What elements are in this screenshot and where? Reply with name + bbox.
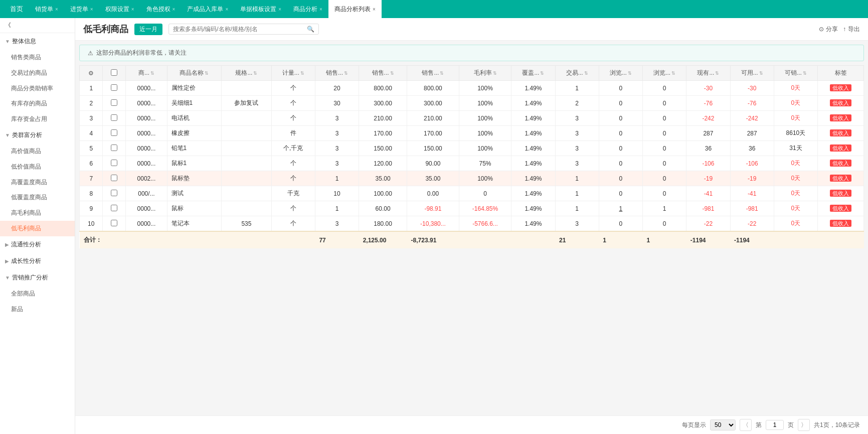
sidebar-group-cluster[interactable]: ▼ 类群富分析 xyxy=(0,127,75,143)
row-sales-qty: 3 xyxy=(315,216,359,232)
row-select-checkbox[interactable] xyxy=(111,114,117,121)
sidebar-item-high-margin[interactable]: 高毛利商品 xyxy=(0,205,75,221)
row-checkbox[interactable] xyxy=(103,186,126,201)
row-browse1[interactable]: 0 xyxy=(599,111,642,126)
close-sales-order-icon[interactable]: × xyxy=(55,7,58,12)
nav-role-auth[interactable]: 角色授权 × xyxy=(140,0,182,18)
nav-template-settings[interactable]: 单据模板设置 × xyxy=(234,0,287,18)
close-permissions-icon[interactable]: × xyxy=(131,7,134,12)
row-select-checkbox[interactable] xyxy=(111,220,117,226)
sidebar-group-liquidity-label: 流通性分析 xyxy=(11,240,41,249)
select-all-checkbox[interactable] xyxy=(111,69,117,76)
nav-product-analysis-list[interactable]: 商品分析列表 × xyxy=(328,0,382,18)
share-button[interactable]: ⊙ 分享 xyxy=(819,25,838,34)
table-header-row: ⚙ 商...⇅ 商品名称⇅ 规格...⇅ 计量...⇅ 销售...⇅ 销售...… xyxy=(80,66,864,81)
row-select-checkbox[interactable] xyxy=(111,129,117,136)
footer-label: 合计： xyxy=(80,231,126,248)
row-spec xyxy=(222,81,271,96)
nav-purchase-order[interactable]: 进货单 × xyxy=(64,0,99,18)
close-analysis-list-icon[interactable]: × xyxy=(373,7,376,12)
row-checkbox[interactable] xyxy=(103,141,126,156)
sidebar-item-sales-products[interactable]: 销售类商品 xyxy=(0,50,75,65)
sidebar-item-all-products[interactable]: 全部商品 xyxy=(0,286,75,302)
sidebar-item-high-coverage[interactable]: 高覆盖度商品 xyxy=(0,175,75,190)
row-select-checkbox[interactable] xyxy=(111,205,117,211)
nav-product-analysis[interactable]: 商品分析 × xyxy=(287,0,328,18)
row-available: -242 xyxy=(730,111,774,126)
sidebar-item-inventory-capital[interactable]: 库存资金占用 xyxy=(0,111,75,127)
row-spec xyxy=(222,171,271,186)
row-checkbox[interactable] xyxy=(103,111,126,126)
per-page-select[interactable]: 50 20 100 xyxy=(710,419,736,430)
next-page-button[interactable]: 〉 xyxy=(798,419,810,431)
page-title: 低毛利商品 xyxy=(83,23,128,35)
row-checkbox[interactable] xyxy=(103,126,126,141)
row-browse1[interactable]: 0 xyxy=(599,171,642,186)
sidebar-item-in-stock[interactable]: 有库存的商品 xyxy=(0,96,75,111)
row-select-checkbox[interactable] xyxy=(111,99,117,106)
row-name: 铅笔1 xyxy=(167,141,222,156)
row-select-checkbox[interactable] xyxy=(111,190,117,196)
col-browse1: 浏览...⇅ xyxy=(599,66,642,81)
share-icon: ⊙ xyxy=(819,26,824,33)
sidebar-item-low-value[interactable]: 低价值商品 xyxy=(0,159,75,175)
row-checkbox[interactable] xyxy=(103,96,126,111)
row-browse1[interactable]: 0 xyxy=(599,81,642,96)
export-button[interactable]: ↑ 导出 xyxy=(843,25,860,34)
row-browse1[interactable]: 0 xyxy=(599,126,642,141)
row-browse1[interactable]: 1 xyxy=(599,201,642,216)
sidebar-group-growth[interactable]: ▶ 成长性分析 xyxy=(0,253,75,269)
close-product-entry-icon[interactable]: × xyxy=(225,7,228,12)
nav-sales-order[interactable]: 销货单 × xyxy=(29,0,64,18)
nav-home[interactable]: 首页 xyxy=(4,0,29,18)
close-purchase-order-icon[interactable]: × xyxy=(90,7,93,12)
row-select-checkbox[interactable] xyxy=(111,144,117,151)
row-select-checkbox[interactable] xyxy=(111,84,117,91)
row-browse1[interactable]: 0 xyxy=(599,216,642,232)
search-input[interactable] xyxy=(173,26,307,33)
col-checkbox[interactable] xyxy=(103,66,126,81)
row-browse1[interactable]: 0 xyxy=(599,96,642,111)
row-coverage: 1.49% xyxy=(511,126,555,141)
row-checkbox[interactable] xyxy=(103,216,126,232)
close-product-analysis-icon[interactable]: × xyxy=(319,7,322,12)
filter-period-button[interactable]: 近一月 xyxy=(134,24,162,35)
top-navigation: 首页 销货单 × 进货单 × 权限设置 × 角色授权 × 产成品入库单 × 单据… xyxy=(0,0,868,18)
row-checkbox[interactable] xyxy=(103,201,126,216)
row-checkbox[interactable] xyxy=(103,171,126,186)
row-browse1[interactable]: 0 xyxy=(599,156,642,171)
row-browse1[interactable]: 0 xyxy=(599,141,642,156)
sidebar-item-category-sales-rate[interactable]: 商品分类助销率 xyxy=(0,81,75,96)
footer-empty-5 xyxy=(459,231,511,248)
prev-page-button[interactable]: 〈 xyxy=(740,419,752,431)
row-browse1[interactable]: 0 xyxy=(599,186,642,201)
sidebar-item-low-margin[interactable]: 低毛利商品 xyxy=(0,221,75,236)
close-role-auth-icon[interactable]: × xyxy=(172,7,176,12)
col-settings[interactable]: ⚙ xyxy=(80,66,103,81)
row-coverage: 1.49% xyxy=(511,81,555,96)
row-coverage: 1.49% xyxy=(511,156,555,171)
row-sales-profit: 800.00 xyxy=(407,81,459,96)
nav-permissions[interactable]: 权限设置 × xyxy=(99,0,140,18)
nav-product-entry[interactable]: 产成品入库单 × xyxy=(181,0,234,18)
col-sales-profit: 销售...⇅ xyxy=(407,66,459,81)
sidebar-item-low-coverage[interactable]: 低覆盖度商品 xyxy=(0,190,75,205)
row-code: 0000... xyxy=(126,96,167,111)
row-saleable: 0天 xyxy=(774,96,817,111)
tag-badge: 低收入 xyxy=(830,160,851,167)
row-select-checkbox[interactable] xyxy=(111,175,117,181)
close-template-icon[interactable]: × xyxy=(278,7,281,12)
row-select-checkbox[interactable] xyxy=(111,160,117,166)
sidebar-item-traded-products[interactable]: 交易过的商品 xyxy=(0,65,75,81)
row-checkbox[interactable] xyxy=(103,81,126,96)
row-tag: 低收入 xyxy=(818,186,864,201)
sidebar-group-marketing[interactable]: ▼ 营销推广分析 xyxy=(0,269,75,286)
page-number-input[interactable] xyxy=(766,420,784,430)
sidebar-group-liquidity[interactable]: ▶ 流通性分析 xyxy=(0,236,75,253)
sidebar-item-high-value[interactable]: 高价值商品 xyxy=(0,143,75,159)
row-checkbox[interactable] xyxy=(103,156,126,171)
sidebar-group-overall[interactable]: ▼ 整体信息 xyxy=(0,33,75,50)
sidebar-item-new-products[interactable]: 新品 xyxy=(0,302,75,317)
footer-empty-1 xyxy=(126,231,167,248)
search-icon[interactable]: 🔍 xyxy=(307,26,314,33)
